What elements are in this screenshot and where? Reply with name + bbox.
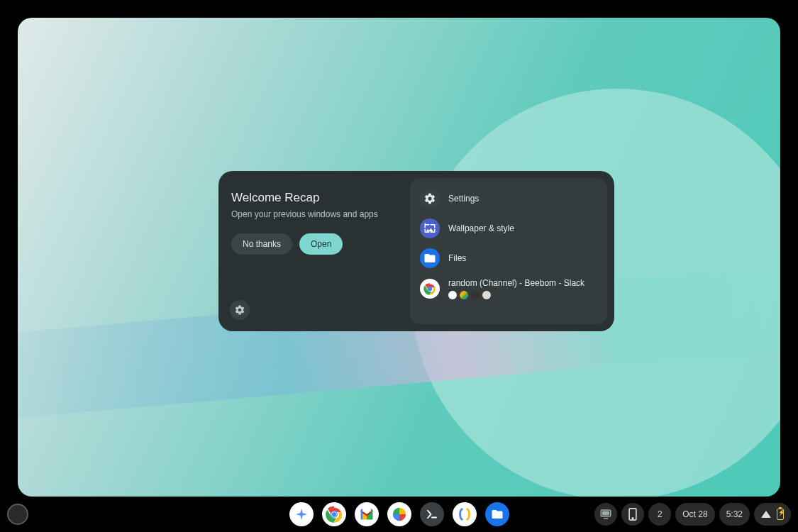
settings-icon [420, 189, 440, 209]
recap-left-panel: Welcome Recap Open your previous windows… [226, 178, 410, 324]
photos-icon [392, 506, 407, 522]
app-label: Wallpaper & style [448, 223, 514, 233]
overview-icon [599, 508, 612, 521]
folder-icon [491, 508, 504, 521]
gear-icon [234, 304, 245, 316]
desktop-wallpaper: Welcome Recap Open your previous windows… [18, 18, 780, 497]
app-row-chrome-window[interactable]: random (Channel) - Beebom - Slack [416, 273, 602, 304]
chrome-icon [323, 504, 345, 525]
app-label: Settings [448, 194, 479, 204]
tray-time[interactable]: 5:32 [719, 503, 750, 526]
app-label: random (Channel) - Beebom - Slack [448, 278, 584, 288]
tray-date[interactable]: Oct 28 [675, 503, 714, 526]
tray-phone-hub-button[interactable] [621, 503, 644, 526]
app-row-wallpaper[interactable]: Wallpaper & style [416, 214, 602, 243]
system-tray: 2 Oct 28 5:32 [594, 503, 791, 526]
welcome-recap-modal: Welcome Recap Open your previous windows… [218, 171, 614, 331]
folder-icon [420, 248, 440, 268]
gemini-icon [294, 507, 309, 521]
open-button[interactable]: Open [299, 233, 343, 255]
favicon [460, 291, 468, 299]
favicon [471, 291, 480, 299]
no-thanks-button[interactable]: No thanks [231, 233, 292, 255]
shelf-app-chrome[interactable] [322, 502, 346, 526]
shelf-apps [289, 502, 509, 526]
recap-title: Welcome Recap [231, 191, 404, 205]
chrome-icon [420, 279, 440, 299]
shelf-app-gemini[interactable] [289, 502, 314, 526]
shelf: 2 Oct 28 5:32 [0, 497, 798, 532]
shelf-app-idx[interactable] [453, 502, 477, 526]
recap-buttons: No thanks Open [231, 233, 404, 255]
tray-notifications-button[interactable]: 2 [648, 503, 671, 526]
phone-icon [628, 508, 637, 521]
app-label-group: random (Channel) - Beebom - Slack [448, 278, 584, 299]
favicon [482, 291, 491, 299]
tab-favicons [448, 291, 584, 299]
recap-subtitle: Open your previous windows and apps [231, 209, 404, 219]
app-row-files[interactable]: Files [416, 243, 602, 273]
svg-rect-6 [603, 511, 609, 515]
wallpaper-icon [420, 218, 440, 238]
svg-point-4 [331, 512, 336, 516]
shelf-app-terminal[interactable] [420, 502, 444, 526]
app-label: Files [448, 253, 466, 263]
shelf-app-photos[interactable] [387, 502, 411, 526]
shelf-app-files[interactable] [485, 502, 509, 526]
shelf-app-gmail[interactable] [355, 502, 379, 526]
idx-icon [457, 506, 472, 522]
app-row-settings[interactable]: Settings [416, 184, 602, 214]
battery-icon [777, 509, 784, 520]
tray-overview-button[interactable] [594, 503, 617, 526]
terminal-icon [426, 508, 438, 521]
favicon [448, 291, 457, 299]
recap-settings-button[interactable] [230, 300, 250, 320]
launcher-button[interactable] [7, 504, 28, 525]
notification-count: 2 [658, 509, 663, 519]
svg-point-8 [632, 518, 633, 519]
recap-app-list: Settings Wallpaper & style Files [410, 178, 607, 324]
wifi-icon [761, 511, 771, 518]
gmail-icon [360, 509, 374, 520]
tray-status-area[interactable] [754, 503, 791, 526]
